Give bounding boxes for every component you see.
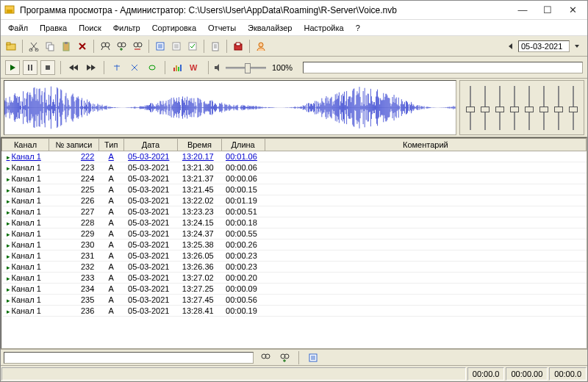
- svg-rect-22: [28, 65, 29, 71]
- menu-edit[interactable]: Правка: [34, 22, 73, 34]
- window-controls: — ☐ ✕: [511, 3, 584, 18]
- bottom-toolbar: [1, 349, 587, 365]
- table-row[interactable]: Канал 1236A05-03-202113:28.4100:00.19: [2, 306, 587, 317]
- waveform-display[interactable]: [4, 80, 456, 135]
- table-row[interactable]: Канал 1231A05-03-202113:26.0500:00.23: [2, 251, 587, 262]
- table-row[interactable]: Канал 1222A05-03-202113:20.1700:01.06: [2, 151, 587, 162]
- table-header-row: Канал № записи Тип Дата Время Длина Коме…: [2, 139, 587, 151]
- volume-slider[interactable]: [214, 63, 266, 72]
- svg-rect-24: [46, 65, 50, 70]
- svg-rect-1: [7, 10, 12, 13]
- records-table[interactable]: Канал № записи Тип Дата Время Длина Коме…: [1, 137, 587, 349]
- maximize-button[interactable]: ☐: [536, 3, 559, 18]
- eq-slider[interactable]: [481, 86, 490, 130]
- menu-equalizer[interactable]: Эквалайзер: [242, 22, 298, 34]
- table-row[interactable]: Канал 1224A05-03-202113:21.3700:00.06: [2, 173, 587, 184]
- skip-fwd-button[interactable]: [84, 60, 98, 75]
- report-icon[interactable]: [208, 39, 223, 54]
- export-icon[interactable]: [231, 39, 245, 54]
- statusbar: 00:00.0 00:00.00 00:00.0: [1, 365, 587, 381]
- col-recno[interactable]: № записи: [49, 139, 99, 151]
- svg-rect-23: [31, 65, 32, 71]
- find-next-small-icon[interactable]: [277, 350, 292, 365]
- table-row[interactable]: Канал 1233A05-03-202113:27.0200:00.20: [2, 273, 587, 284]
- open-icon[interactable]: [4, 39, 18, 54]
- list-check-icon[interactable]: [185, 39, 200, 54]
- table-row[interactable]: Канал 1227A05-03-202113:23.2300:00.51: [2, 206, 587, 217]
- col-date[interactable]: Дата: [123, 139, 178, 151]
- svg-rect-3: [7, 43, 10, 45]
- svg-rect-9: [65, 42, 68, 44]
- table-row[interactable]: Канал 1228A05-03-202113:24.1500:00.18: [2, 217, 587, 228]
- volume-icon: [214, 63, 223, 72]
- date-picker: [503, 39, 584, 54]
- menu-sort[interactable]: Сортировка: [146, 22, 202, 34]
- find-small-icon[interactable]: [258, 350, 273, 365]
- user-icon[interactable]: [254, 39, 268, 54]
- minimize-button[interactable]: —: [511, 3, 534, 18]
- svg-rect-7: [49, 45, 54, 51]
- eq-slider[interactable]: [569, 86, 578, 130]
- menu-file[interactable]: Файл: [2, 22, 34, 34]
- table-row[interactable]: Канал 1230A05-03-202113:25.3800:00.26: [2, 239, 587, 251]
- svg-rect-28: [180, 65, 182, 71]
- date-input[interactable]: [518, 40, 570, 52]
- eq-slider[interactable]: [539, 86, 548, 130]
- find-prev-icon[interactable]: [130, 39, 145, 54]
- copy-icon[interactable]: [43, 39, 57, 54]
- menu-settings[interactable]: Настройка: [298, 22, 349, 34]
- app-icon: [4, 4, 15, 16]
- list2-icon[interactable]: [169, 39, 184, 54]
- loop-icon[interactable]: [145, 60, 159, 75]
- menu-search[interactable]: Поиск: [73, 22, 107, 34]
- list1-icon[interactable]: [153, 39, 168, 54]
- skip-back-button[interactable]: [66, 60, 81, 75]
- eq-slider[interactable]: [554, 86, 563, 130]
- speed-up-icon[interactable]: [127, 60, 142, 75]
- waveform-area: [1, 79, 587, 137]
- col-time[interactable]: Время: [178, 139, 221, 151]
- find-icon[interactable]: [98, 39, 112, 54]
- col-channel[interactable]: Канал: [2, 139, 49, 151]
- paste-icon[interactable]: [59, 39, 74, 54]
- search-input[interactable]: [4, 352, 254, 364]
- table-row[interactable]: Канал 1232A05-03-202113:26.3600:00.23: [2, 262, 587, 273]
- delete-icon[interactable]: [75, 39, 90, 54]
- menu-reports[interactable]: Отчеты: [202, 22, 242, 34]
- svg-rect-27: [178, 67, 179, 71]
- eq-slider[interactable]: [466, 86, 475, 130]
- stop-button[interactable]: [40, 60, 55, 75]
- play-button[interactable]: [5, 60, 20, 75]
- zoom-label: 100%: [269, 63, 295, 72]
- pause-button[interactable]: [23, 60, 37, 75]
- titlebar: Программа просмотра - Администратор: C:\…: [1, 1, 587, 20]
- status-spacer: [1, 367, 466, 381]
- table-row[interactable]: Канал 1229A05-03-202113:24.3700:00.55: [2, 228, 587, 239]
- svg-text:W: W: [190, 63, 198, 72]
- date-prev-icon[interactable]: [503, 39, 518, 54]
- spectrum-icon[interactable]: [171, 60, 185, 75]
- cut-icon[interactable]: [26, 39, 41, 54]
- speed-down-icon[interactable]: [110, 60, 124, 75]
- waveform-icon[interactable]: W: [188, 60, 203, 75]
- menu-help[interactable]: ?: [350, 22, 366, 34]
- eq-slider[interactable]: [525, 86, 534, 130]
- toolbar-main: [1, 36, 587, 57]
- table-row[interactable]: Канал 1225A05-03-202113:21.4500:00.15: [2, 184, 587, 195]
- status-time-3: 00:00.0: [549, 367, 587, 381]
- close-button[interactable]: ✕: [561, 3, 584, 18]
- position-slider[interactable]: [303, 62, 583, 73]
- eq-slider[interactable]: [510, 86, 519, 130]
- date-dropdown-icon[interactable]: [570, 39, 584, 54]
- find-next-icon[interactable]: [114, 39, 129, 54]
- eq-slider[interactable]: [495, 86, 504, 130]
- col-type[interactable]: Тип: [98, 139, 123, 151]
- menu-filter[interactable]: Фильтр: [107, 22, 146, 34]
- table-row[interactable]: Канал 1234A05-03-202113:27.2500:00.09: [2, 284, 587, 295]
- table-row[interactable]: Канал 1223A05-03-202113:21.3000:00.06: [2, 162, 587, 173]
- col-duration[interactable]: Длина: [221, 139, 265, 151]
- table-row[interactable]: Канал 1226A05-03-202113:22.0200:01.19: [2, 195, 587, 206]
- options-small-icon[interactable]: [306, 350, 320, 365]
- col-comment[interactable]: Коментарий: [265, 139, 586, 151]
- table-row[interactable]: Канал 1235A05-03-202113:27.4500:00.56: [2, 295, 587, 306]
